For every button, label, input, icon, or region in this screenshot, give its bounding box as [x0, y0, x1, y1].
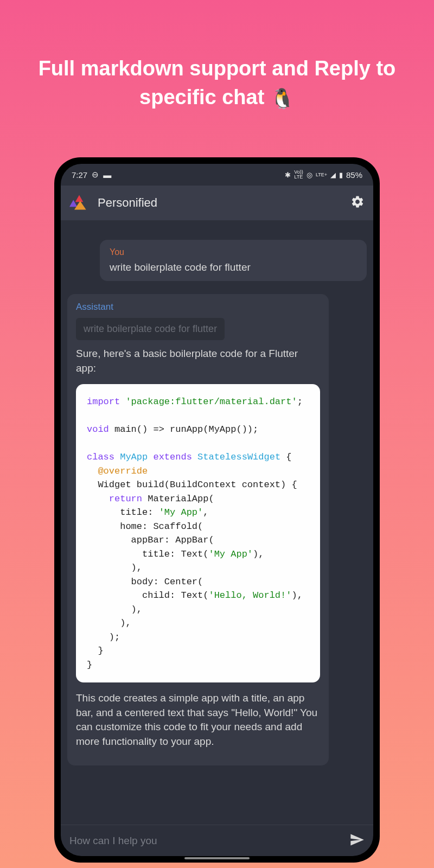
- svg-marker-0: [75, 195, 83, 202]
- input-bar: How can I help you: [61, 825, 373, 856]
- status-time: 7:27: [72, 170, 87, 180]
- volte-icon: Vo))LTE: [294, 170, 303, 180]
- phone-frame: 7:27 ⊖ ▬ ✱ Vo))LTE ◎ LTE+ ◢ ▮ 85%: [54, 157, 380, 863]
- user-message[interactable]: You write boilerplate code for flutter: [100, 240, 367, 281]
- hotspot-icon: ◎: [307, 171, 312, 179]
- user-text: write boilerplate code for flutter: [110, 261, 357, 273]
- assistant-message[interactable]: Assistant write boilerplate code for flu…: [67, 294, 329, 765]
- app-title: Personified: [98, 196, 342, 210]
- settings-button[interactable]: [350, 195, 365, 211]
- user-label: You: [110, 247, 357, 257]
- phone-screen: 7:27 ⊖ ▬ ✱ Vo))LTE ◎ LTE+ ◢ ▮ 85%: [61, 164, 373, 856]
- battery-icon: ▮: [339, 171, 343, 179]
- chat-input[interactable]: How can I help you: [69, 835, 343, 847]
- bluetooth-icon: ✱: [285, 171, 291, 179]
- reply-quote: write boilerplate code for flutter: [76, 318, 225, 340]
- app-logo: [69, 193, 89, 213]
- status-icon: ⊖: [92, 170, 99, 180]
- send-button[interactable]: [349, 832, 365, 850]
- assistant-intro: Sure, here's a basic boilerplate code fo…: [76, 347, 320, 375]
- status-bar: 7:27 ⊖ ▬ ✱ Vo))LTE ◎ LTE+ ◢ ▮ 85%: [61, 164, 373, 186]
- chat-scroll[interactable]: You write boilerplate code for flutter A…: [61, 220, 373, 825]
- promo-headline: Full markdown support and Reply to speci…: [0, 0, 434, 112]
- signal-icon: ◢: [330, 171, 336, 179]
- penguin-icon: 🐧: [270, 85, 295, 112]
- assistant-outro: This code creates a simple app with a ti…: [76, 691, 320, 749]
- app-header: Personified: [61, 186, 373, 220]
- code-block: import 'package:flutter/material.dart'; …: [76, 384, 320, 682]
- assistant-label: Assistant: [76, 302, 320, 312]
- battery-pct: 85%: [346, 170, 362, 180]
- status-icon: ▬: [103, 170, 111, 180]
- lte-icon: LTE+: [316, 172, 327, 177]
